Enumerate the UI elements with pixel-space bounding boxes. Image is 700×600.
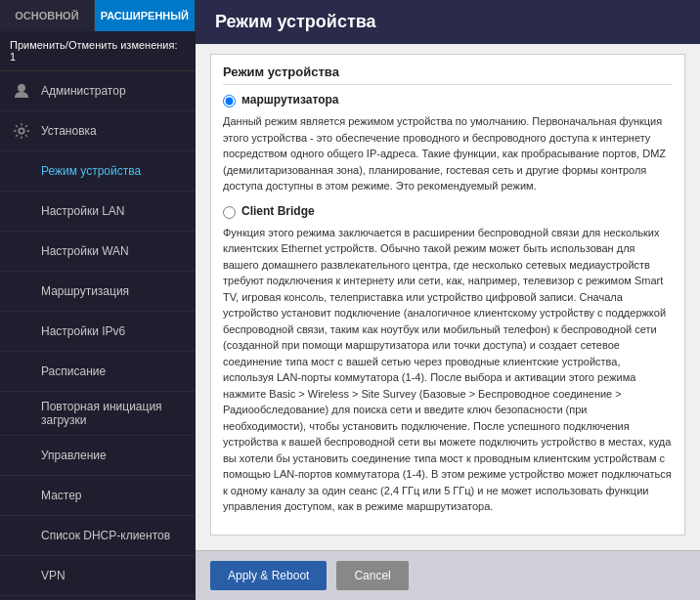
main-content: Режим устройства Режим устройства маршру…	[196, 0, 700, 600]
tab-advanced[interactable]: РАСШИРЕННЫЙ	[95, 0, 196, 31]
bridge-description: Функция этого режима заключается в расши…	[223, 225, 673, 515]
bridge-label[interactable]: Client Bridge	[241, 204, 315, 218]
sidebar-item-vpn[interactable]: VPN	[0, 556, 196, 596]
sidebar-item-label: Режим устройства	[41, 164, 141, 178]
wizard-icon	[10, 484, 33, 507]
router-label[interactable]: маршрутизатора	[241, 93, 339, 107]
sidebar-item-label: Настройки IPv6	[41, 324, 125, 338]
sidebar-item-wifi24[interactable]: 2,4 ГГц Беспроводная сеть 2.4ГГц 2,4 ГГц	[0, 596, 196, 600]
person-icon	[10, 79, 33, 103]
cancel-button[interactable]: Cancel	[336, 561, 408, 590]
sidebar-item-label: Маршрутизация	[41, 284, 129, 298]
sidebar-item-label: Повторная инициация загрузки	[41, 400, 186, 427]
management-icon	[10, 444, 33, 467]
page-title: Режим устройства	[215, 12, 376, 31]
schedule-icon	[10, 360, 33, 383]
client-bridge-option[interactable]: Client Bridge	[223, 204, 673, 219]
sidebar-item-reboot[interactable]: Повторная инициация загрузки	[0, 392, 196, 436]
vpn-icon	[10, 564, 33, 587]
sidebar-item-label: Расписание	[41, 364, 106, 378]
apply-section: Применить/Отменить изменения: 1	[0, 31, 196, 71]
router-radio[interactable]	[223, 95, 236, 107]
apply-label: Применить/Отменить изменения:	[10, 39, 178, 51]
sidebar-item-label: Настройки LAN	[41, 204, 125, 218]
apply-reboot-button[interactable]: Apply & Reboot	[210, 561, 327, 590]
router-description: Данный режим является режимом устройства…	[223, 113, 673, 194]
sidebar-item-label: Администратор	[41, 84, 126, 98]
sidebar-item-lan[interactable]: Настройки LAN	[0, 192, 196, 232]
sidebar-item-management[interactable]: Управление	[0, 436, 196, 476]
sidebar-item-label: Список DHCP-клиентов	[41, 529, 170, 542]
sidebar-item-label: Мастер	[41, 489, 82, 502]
router-option[interactable]: маршрутизатора	[223, 93, 673, 107]
device-icon	[10, 159, 33, 183]
page-header: Режим устройства	[196, 0, 700, 44]
bridge-radio[interactable]	[223, 206, 236, 219]
routing-icon	[10, 279, 33, 303]
sidebar-item-setup[interactable]: Установка	[0, 111, 196, 151]
content-area: Режим устройства маршрутизатора Данный р…	[196, 44, 700, 550]
lan-icon	[10, 199, 33, 223]
footer-bar: Apply & Reboot Cancel	[196, 550, 700, 600]
apply-count: 1	[10, 51, 16, 63]
wan-icon	[10, 239, 33, 263]
sidebar-item-wan[interactable]: Настройки WAN	[0, 232, 196, 272]
svg-point-1	[19, 128, 23, 133]
sidebar-item-label: Настройки WAN	[41, 244, 129, 258]
sidebar-item-label: VPN	[41, 569, 66, 582]
device-mode-box: Режим устройства маршрутизатора Данный р…	[210, 54, 685, 536]
sidebar-item-device-mode[interactable]: Режим устройства	[0, 151, 196, 192]
sidebar-item-ipv6[interactable]: Настройки IPv6	[0, 312, 196, 352]
sidebar-item-routing[interactable]: Маршрутизация	[0, 272, 196, 312]
tab-basic[interactable]: ОСНОВНОЙ	[0, 0, 95, 31]
dhcp-icon	[10, 524, 33, 547]
sidebar-item-label: Установка	[41, 124, 97, 138]
tab-bar: ОСНОВНОЙ РАСШИРЕННЫЙ	[0, 0, 196, 31]
sidebar-item-wizard[interactable]: Мастер	[0, 476, 196, 516]
sidebar-item-label: Управление	[41, 449, 107, 462]
content-box-title: Режим устройства	[223, 64, 673, 85]
sidebar: ОСНОВНОЙ РАСШИРЕННЫЙ Применить/Отменить …	[0, 0, 196, 600]
svg-point-0	[18, 84, 25, 92]
sidebar-item-admin[interactable]: Администратор	[0, 71, 196, 111]
sidebar-item-schedule[interactable]: Расписание	[0, 352, 196, 392]
gear-icon	[10, 119, 33, 143]
reboot-icon	[10, 402, 33, 425]
sidebar-item-dhcp[interactable]: Список DHCP-клиентов	[0, 516, 196, 556]
ipv6-icon	[10, 320, 33, 343]
